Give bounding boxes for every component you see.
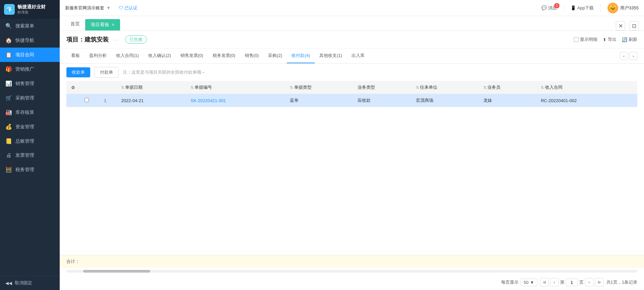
export-icon: ⬆ — [603, 37, 606, 42]
sidebar-label-ledger: 总账管理 — [15, 138, 34, 144]
project-label: 项目：建筑安装 — [66, 35, 109, 44]
sub-tab-purchase[interactable]: 采购(2) — [263, 49, 287, 63]
col-num — [93, 81, 117, 94]
tab-close-icon[interactable]: ✕ — [111, 22, 115, 27]
sub-tab-profit[interactable]: 盈利分析 — [85, 49, 111, 63]
cell-num-0: 1 — [93, 94, 117, 107]
sidebar-item-invoice[interactable]: 🖨发票管理 — [0, 148, 60, 162]
sidebar-item-tax[interactable]: 🧮税务管理 — [0, 162, 60, 177]
main-content: 新服务官网演示账套 ▼ 🛡 已认证 💬 消息 1 📱 App下载 🐱 用 — [60, 0, 644, 290]
cell-date-0: 2022-04-21 — [117, 94, 186, 107]
project-more-btn[interactable]: ··· — [114, 37, 120, 42]
col-code[interactable]: 单据编号 — [186, 81, 286, 94]
sidebar-label-sales-mgmt: 销售管理 — [15, 81, 34, 87]
sidebar-icon-purchase-mgmt: 🛒 — [5, 95, 12, 101]
sub-tab-kanban[interactable]: 看板 — [66, 49, 85, 63]
sub-tab-income-confirm[interactable]: 收入确认(2) — [144, 49, 176, 63]
refresh-label: 刷新 — [629, 37, 637, 43]
sidebar-item-inventory[interactable]: 🏭库存核算 — [0, 105, 60, 120]
page-size-select[interactable]: 50 ▼ — [521, 279, 537, 286]
show-detail-btn[interactable]: 显示明细 — [574, 37, 597, 43]
sidebar-item-sales-mgmt[interactable]: 📊销售管理 — [0, 76, 60, 91]
message-badge: 1 — [554, 3, 559, 8]
last-page-btn[interactable]: ⊳ — [595, 278, 604, 287]
topbar: 新服务官网演示账套 ▼ 🛡 已认证 💬 消息 1 📱 App下载 🐱 用 — [60, 0, 644, 16]
sidebar-label-purchase-mgmt: 采购管理 — [15, 95, 34, 101]
sub-tab-receipt[interactable]: 收付款(4) — [287, 49, 315, 63]
sidebar-item-capital[interactable]: 💰资金管理 — [0, 120, 60, 134]
page-size: 每页显示 50 ▼ — [501, 279, 537, 286]
unpin-icon: ◀◀ — [5, 281, 12, 286]
user-info[interactable]: 🐱 用户3355 — [607, 3, 639, 13]
data-table: ⚙ 单据日期 单据编号 单据类型 业务类型 往来单位 业务员 收入合同 — [66, 81, 637, 107]
show-detail-checkbox[interactable] — [574, 37, 579, 42]
sidebar-item-purchase-mgmt[interactable]: 🛒采购管理 — [0, 91, 60, 105]
table-footer: 合计： — [60, 255, 644, 268]
refresh-btn[interactable]: 🔄 刷新 — [622, 37, 637, 43]
sidebar-icon-sales-mgmt: 📊 — [5, 80, 12, 87]
window-maximize-btn[interactable]: ⊡ — [629, 21, 639, 30]
refresh-icon: 🔄 — [622, 37, 627, 42]
sub-tab-tax-invoice[interactable]: 税务发票(0) — [208, 49, 240, 63]
pagination: 每页显示 50 ▼ ⊲ ‹ 第 页 › ⊳ 共1页，1条记录 — [60, 275, 644, 290]
scrollbar-thumb[interactable] — [83, 270, 150, 273]
sidebar-item-search[interactable]: 🔍搜索菜单 — [0, 19, 60, 33]
payment-btn[interactable]: 付款单 — [94, 67, 119, 78]
receipt-btn[interactable]: 收款单 — [66, 67, 90, 77]
message-btn[interactable]: 💬 消息 1 — [541, 5, 557, 11]
sidebar-unpin[interactable]: ◀◀ 取消固定 — [0, 276, 60, 290]
tab-home[interactable]: 首页 — [65, 18, 85, 30]
sidebar-footer-label: 取消固定 — [15, 280, 32, 286]
account-selector[interactable]: 新服务官网演示账套 ▼ — [65, 5, 111, 11]
next-page-btn[interactable]: › — [585, 278, 594, 287]
certified-badge: 🛡 已认证 — [119, 5, 138, 11]
col-gear[interactable]: ⚙ — [66, 81, 80, 94]
sidebar-item-marketing[interactable]: 🎁营销推广 — [0, 62, 60, 76]
app-name: 畅捷通好业财 — [17, 4, 46, 10]
cell-salesman-0: 龙妹 — [479, 94, 537, 107]
sub-tab-other-expense[interactable]: 其他收支(1) — [315, 49, 347, 63]
total-info: 共1页，1条记录 — [606, 279, 637, 285]
table-row[interactable]: 1 2022-04-21 SK-20220421-001 蓝单 应收款 宏茂商场… — [66, 94, 637, 107]
sub-tab-inout[interactable]: 出入库 — [347, 49, 369, 63]
col-income-contract[interactable]: 收入合同 — [537, 81, 637, 94]
col-date[interactable]: 单据日期 — [117, 81, 186, 94]
first-page-btn[interactable]: ⊲ — [540, 278, 549, 287]
page-label: 第 — [560, 279, 565, 285]
sidebar-icon-ledger: 📒 — [5, 138, 12, 144]
sidebar-item-quick-nav[interactable]: 🏠快捷导航 — [0, 33, 60, 48]
app-download-btn[interactable]: 📱 App下载 — [571, 5, 594, 11]
sidebar-label-invoice: 发票管理 — [15, 152, 34, 158]
tab-project-board[interactable]: 项目看板 ✕ — [85, 19, 120, 30]
current-page-input[interactable] — [566, 279, 578, 286]
sidebar-icon-project-contract: 📋 — [5, 52, 12, 58]
divider2 — [600, 4, 601, 12]
cell-check-0[interactable] — [80, 94, 93, 107]
message-icon: 💬 — [541, 5, 547, 10]
sidebar-icon-inventory: 🏭 — [5, 109, 12, 116]
sub-tabs-next[interactable]: › — [629, 52, 637, 60]
phone-icon: 📱 — [571, 5, 576, 10]
sidebar-label-inventory: 库存核算 — [15, 110, 34, 116]
user-name: 用户3355 — [620, 5, 639, 11]
sub-tab-sales[interactable]: 销售(0) — [240, 49, 264, 63]
project-header: 项目：建筑安装 ··· 已生效 显示明细 ⬆ 导出 🔄 刷新 — [60, 31, 644, 49]
cell-partner-0: 宏茂商场 — [412, 94, 479, 107]
total-label: 合计： — [66, 259, 79, 265]
cell-gear-0 — [66, 94, 80, 107]
sub-tab-income-contract[interactable]: 收入合同(1) — [111, 49, 144, 63]
sidebar-item-project-contract[interactable]: 📋项目合同 — [0, 48, 60, 62]
sub-tabs-prev[interactable]: ‹ — [620, 52, 628, 60]
export-btn[interactable]: ⬆ 导出 — [603, 37, 616, 43]
sub-tab-sales-invoice[interactable]: 销售发票(0) — [176, 49, 208, 63]
cell-code-0[interactable]: SK-20220421-001 — [186, 94, 286, 107]
sidebar-label-search: 搜索菜单 — [15, 23, 34, 29]
window-close-btn[interactable]: ✕ — [616, 21, 625, 30]
sidebar-label-tax: 税务管理 — [15, 167, 34, 173]
prev-page-btn[interactable]: ‹ — [550, 278, 559, 287]
col-partner[interactable]: 往来单位 — [412, 81, 479, 94]
col-salesman[interactable]: 业务员 — [479, 81, 537, 94]
col-type[interactable]: 单据类型 — [286, 81, 353, 94]
horizontal-scrollbar[interactable] — [60, 268, 644, 275]
sidebar-item-ledger[interactable]: 📒总账管理 — [0, 134, 60, 148]
